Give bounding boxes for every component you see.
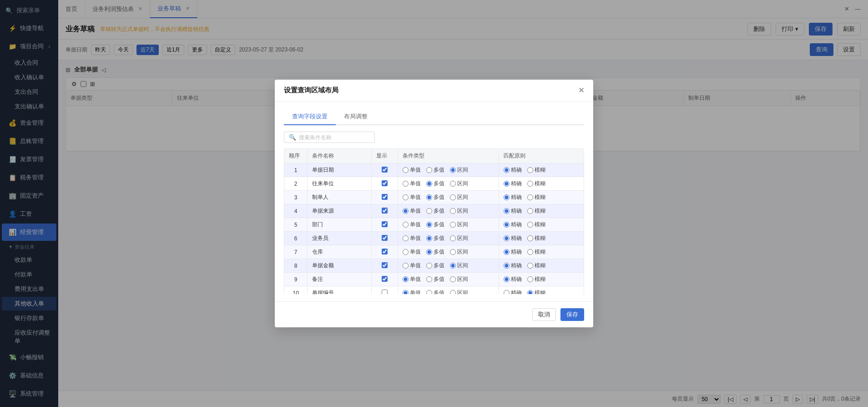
show-checkbox[interactable] xyxy=(382,235,388,241)
match-option-精确[interactable]: 精确 xyxy=(504,248,522,256)
row-show[interactable] xyxy=(371,218,398,232)
type-option-区间[interactable]: 区间 xyxy=(450,262,468,270)
type-option-区间[interactable]: 区间 xyxy=(450,289,468,294)
match-option-模糊[interactable]: 模糊 xyxy=(527,262,545,270)
dialog-close-button[interactable]: ✕ xyxy=(578,86,584,95)
type-option-单值[interactable]: 单值 xyxy=(403,262,421,270)
type-option-多值[interactable]: 多值 xyxy=(426,193,444,201)
cancel-button[interactable]: 取消 xyxy=(532,308,556,321)
type-option-区间[interactable]: 区间 xyxy=(450,248,468,256)
row-type[interactable]: 单值多值区间 xyxy=(398,177,499,191)
match-option-模糊[interactable]: 模糊 xyxy=(527,289,545,294)
match-option-模糊[interactable]: 模糊 xyxy=(527,207,545,215)
match-option-精确[interactable]: 精确 xyxy=(504,180,522,188)
type-option-单值[interactable]: 单值 xyxy=(403,207,421,215)
type-option-多值[interactable]: 多值 xyxy=(426,166,444,174)
match-option-精确[interactable]: 精确 xyxy=(504,234,522,242)
dialog-save-button[interactable]: 保存 xyxy=(560,308,584,321)
row-show[interactable] xyxy=(371,204,398,218)
row-show[interactable] xyxy=(371,163,398,177)
settings-table-row: 3制单人单值多值区间精确模糊 xyxy=(284,191,584,204)
type-option-单值[interactable]: 单值 xyxy=(403,289,421,294)
type-option-单值[interactable]: 单值 xyxy=(403,275,421,283)
type-option-多值[interactable]: 多值 xyxy=(426,275,444,283)
dialog-tabs: 查询字段设置 布局调整 xyxy=(284,109,584,125)
show-checkbox[interactable] xyxy=(382,262,388,268)
type-option-多值[interactable]: 多值 xyxy=(426,262,444,270)
type-option-区间[interactable]: 区间 xyxy=(450,275,468,283)
type-option-多值[interactable]: 多值 xyxy=(426,289,444,294)
type-option-区间[interactable]: 区间 xyxy=(450,221,468,229)
type-option-多值[interactable]: 多值 xyxy=(426,221,444,229)
match-option-模糊[interactable]: 模糊 xyxy=(527,166,545,174)
row-match[interactable]: 精确模糊 xyxy=(499,163,584,177)
match-option-模糊[interactable]: 模糊 xyxy=(527,275,545,283)
row-show[interactable] xyxy=(371,232,398,245)
row-match[interactable]: 精确模糊 xyxy=(499,286,584,295)
row-show[interactable] xyxy=(371,259,398,273)
row-type[interactable]: 单值多值区间 xyxy=(398,204,499,218)
row-show[interactable] xyxy=(371,273,398,286)
dialog-search-input[interactable] xyxy=(299,134,367,141)
type-option-多值[interactable]: 多值 xyxy=(426,180,444,188)
show-checkbox[interactable] xyxy=(382,167,388,173)
type-option-单值[interactable]: 单值 xyxy=(403,193,421,201)
row-match[interactable]: 精确模糊 xyxy=(499,273,584,286)
type-option-单值[interactable]: 单值 xyxy=(403,234,421,242)
type-option-多值[interactable]: 多值 xyxy=(426,234,444,242)
show-checkbox[interactable] xyxy=(382,276,388,282)
row-show[interactable] xyxy=(371,245,398,259)
type-option-单值[interactable]: 单值 xyxy=(403,221,421,229)
match-option-精确[interactable]: 精确 xyxy=(504,193,522,201)
row-type[interactable]: 单值多值区间 xyxy=(398,245,499,259)
row-type[interactable]: 单值多值区间 xyxy=(398,286,499,295)
match-option-精确[interactable]: 精确 xyxy=(504,166,522,174)
row-type[interactable]: 单值多值区间 xyxy=(398,163,499,177)
match-option-精确[interactable]: 精确 xyxy=(504,262,522,270)
match-option-模糊[interactable]: 模糊 xyxy=(527,193,545,201)
row-match[interactable]: 精确模糊 xyxy=(499,245,584,259)
row-match[interactable]: 精确模糊 xyxy=(499,204,584,218)
type-option-区间[interactable]: 区间 xyxy=(450,234,468,242)
type-option-单值[interactable]: 单值 xyxy=(403,248,421,256)
row-show[interactable] xyxy=(371,286,398,295)
show-checkbox[interactable] xyxy=(382,249,388,254)
show-checkbox[interactable] xyxy=(382,290,388,295)
col-type-header: 条件类型 xyxy=(398,149,499,163)
type-option-多值[interactable]: 多值 xyxy=(426,248,444,256)
row-type[interactable]: 单值多值区间 xyxy=(398,232,499,245)
match-option-精确[interactable]: 精确 xyxy=(504,289,522,294)
row-match[interactable]: 精确模糊 xyxy=(499,191,584,204)
match-option-模糊[interactable]: 模糊 xyxy=(527,234,545,242)
row-type[interactable]: 单值多值区间 xyxy=(398,218,499,232)
dialog-tab-fields[interactable]: 查询字段设置 xyxy=(284,109,336,125)
type-option-区间[interactable]: 区间 xyxy=(450,166,468,174)
row-type[interactable]: 单值多值区间 xyxy=(398,273,499,286)
type-option-区间[interactable]: 区间 xyxy=(450,207,468,215)
dialog-tab-layout[interactable]: 布局调整 xyxy=(336,109,376,125)
type-option-单值[interactable]: 单值 xyxy=(403,180,421,188)
row-match[interactable]: 精确模糊 xyxy=(499,259,584,273)
row-show[interactable] xyxy=(371,191,398,204)
show-checkbox[interactable] xyxy=(382,208,388,214)
match-option-精确[interactable]: 精确 xyxy=(504,221,522,229)
match-option-模糊[interactable]: 模糊 xyxy=(527,221,545,229)
show-checkbox[interactable] xyxy=(382,180,388,186)
row-match[interactable]: 精确模糊 xyxy=(499,232,584,245)
type-option-多值[interactable]: 多值 xyxy=(426,207,444,215)
row-type[interactable]: 单值多值区间 xyxy=(398,259,499,273)
row-show[interactable] xyxy=(371,177,398,191)
show-checkbox[interactable] xyxy=(382,194,388,200)
type-option-区间[interactable]: 区间 xyxy=(450,180,468,188)
match-option-精确[interactable]: 精确 xyxy=(504,207,522,215)
dialog-search-box[interactable]: 🔍 xyxy=(284,132,375,143)
match-option-模糊[interactable]: 模糊 xyxy=(527,180,545,188)
row-match[interactable]: 精确模糊 xyxy=(499,218,584,232)
row-type[interactable]: 单值多值区间 xyxy=(398,191,499,204)
type-option-单值[interactable]: 单值 xyxy=(403,166,421,174)
row-match[interactable]: 精确模糊 xyxy=(499,177,584,191)
match-option-模糊[interactable]: 模糊 xyxy=(527,248,545,256)
type-option-区间[interactable]: 区间 xyxy=(450,193,468,201)
show-checkbox[interactable] xyxy=(382,221,388,227)
match-option-精确[interactable]: 精确 xyxy=(504,275,522,283)
